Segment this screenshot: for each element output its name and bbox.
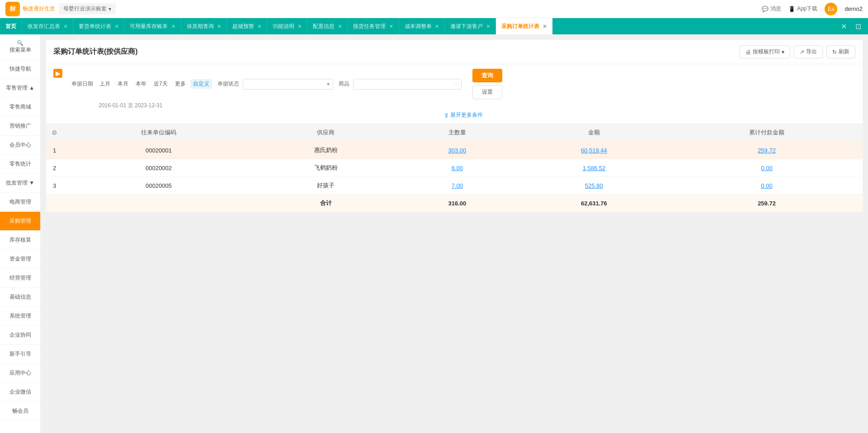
shortcut-last-month[interactable]: 上月 (97, 79, 113, 89)
tab-goods-summary-close[interactable]: × (115, 23, 118, 30)
nav-expand-btn[interactable]: ⊡ (853, 21, 863, 32)
tab-function-desc-close[interactable]: × (298, 23, 302, 30)
qty-link-1[interactable]: 303.00 (448, 147, 466, 154)
tab-receive-summary[interactable]: 收发存汇总表 × (22, 18, 73, 34)
refresh-button[interactable]: ↻ 刷新 (826, 45, 855, 58)
sidebar-item-search[interactable]: 🔍 搜索菜单 (0, 34, 40, 60)
shortcut-more[interactable]: 更多 (172, 79, 189, 89)
sidebar-item-app-center[interactable]: 应用中心 (0, 364, 40, 383)
sidebar-item-retail-stats[interactable]: 零售统计 (0, 155, 40, 174)
tab-invite-downstream[interactable]: 邀请下游客户 × (445, 18, 496, 34)
tab-overstock-warning-label: 超储预警 (232, 23, 254, 30)
table-row: 1 00020001 惠氏奶粉 303.00 60,519.44 259.72 (46, 142, 863, 159)
app-download-action[interactable]: 📱 App下载 (788, 5, 817, 13)
filter-toggle-arrow[interactable]: ▶ (53, 69, 62, 78)
amount-link-3[interactable]: 525.80 (585, 182, 603, 189)
sidebar-item-operations-mgmt[interactable]: 经营管理 (0, 269, 40, 288)
tab-config-info[interactable]: 配置信息 × (307, 18, 348, 34)
sidebar-item-wholesale-mgmt[interactable]: 批发管理 ▼ (0, 174, 40, 193)
page-actions: 🖨 按模板打印 ▾ ↗ 导出 ↻ 刷新 (740, 45, 855, 58)
print-button[interactable]: 🖨 按模板打印 ▾ (740, 45, 790, 58)
status-select[interactable] (243, 79, 333, 90)
shortcut-this-month[interactable]: 本月 (115, 79, 131, 89)
query-button[interactable]: 查询 (472, 69, 502, 82)
tab-overstock-warning-close[interactable]: × (258, 23, 261, 30)
sidebar-item-new-guide[interactable]: 新手引导 (0, 345, 40, 364)
sidebar-item-member-center[interactable]: 会员中心 (0, 136, 40, 155)
sidebar-item-ecommerce-mgmt[interactable]: 电商管理 (0, 193, 40, 212)
basic-info-label: 基础信息 (9, 294, 31, 300)
paid-link-3[interactable]: 0.00 (761, 182, 772, 189)
amount-link-2[interactable]: 1,586.52 (583, 165, 606, 171)
tab-inventory-account[interactable]: 可用量库存账本 × (124, 18, 181, 34)
tab-config-info-close[interactable]: × (338, 23, 342, 30)
tab-function-desc[interactable]: 功能说明 × (267, 18, 307, 34)
status-filter-item: 单据状态 (217, 79, 333, 90)
expand-more-button[interactable]: ⊻ 展开更多条件 (444, 111, 483, 119)
td-footer-amount: 62,631.76 (517, 195, 671, 212)
expand-label: 展开更多条件 (450, 111, 483, 119)
sidebar-item-basic-info[interactable]: 基础信息 (0, 288, 40, 307)
date-label: 单据日期 (71, 80, 93, 88)
sidebar-item-enterprise-wechat[interactable]: 企业微信 (0, 383, 40, 402)
tab-goods-summary[interactable]: 要货单统计表 × (73, 18, 124, 34)
tab-cost-adjust-close[interactable]: × (435, 23, 439, 30)
tab-expiry-query[interactable]: 保质期查询 × (181, 18, 227, 34)
th-settings: ⚙ (46, 124, 63, 142)
member-center-label: 会员中心 (9, 142, 31, 148)
settings-button[interactable]: 设置 (472, 85, 502, 99)
user-avatar[interactable]: Ea (825, 3, 837, 15)
new-guide-label: 新手引导 (9, 351, 31, 357)
date-range-display: 2016-01-01 至 2023-12-31 (99, 102, 855, 109)
user-name[interactable]: demo2 (844, 5, 863, 12)
tab-inventory-account-close[interactable]: × (171, 23, 175, 30)
tab-cost-adjust[interactable]: 成本调整单 × (399, 18, 445, 34)
td-footer-qty: 316.00 (397, 195, 517, 212)
tab-receive-summary-close[interactable]: × (64, 23, 67, 30)
nav-close-btn[interactable]: ✕ (838, 21, 849, 32)
tab-goods-summary-label: 要货单统计表 (79, 23, 111, 30)
tab-pick-task-close[interactable]: × (389, 23, 393, 30)
sidebar-item-marketing[interactable]: 营销推广 (0, 117, 40, 136)
sidebar-item-enterprise-collab[interactable]: 企业协同 (0, 326, 40, 345)
td-qty-3: 7.00 (397, 177, 517, 195)
th-qty: 主数量 (397, 124, 517, 142)
wholesale-mgmt-label: 批发管理 ▼ (6, 180, 34, 186)
tab-config-info-label: 配置信息 (313, 23, 335, 30)
sidebar-item-inventory-check[interactable]: 库存核算 (0, 231, 40, 250)
sidebar-item-finance-mgmt[interactable]: 资金管理 (0, 250, 40, 269)
top-bar-left: 标 畅捷通好生意 母婴行业演示账套 ▾ (5, 2, 116, 16)
shortcut-custom[interactable]: 自定义 (190, 79, 212, 89)
tab-overstock-warning[interactable]: 超储预警 × (227, 18, 267, 34)
data-table: ⚙ 往来单位编码 供应商 主数量 金额 累计付款金额 1 (46, 124, 863, 212)
goods-more-icon[interactable]: ··· (454, 81, 459, 87)
tab-cost-adjust-label: 成本调整单 (405, 23, 432, 30)
message-action[interactable]: 💬 消息 (762, 5, 781, 13)
qty-link-2[interactable]: 6.00 (452, 165, 463, 171)
td-supplier-2: 飞鹤奶粉 (255, 159, 397, 177)
sidebar-item-member[interactable]: 畅会员 (0, 402, 40, 421)
tab-home[interactable]: 首页 (0, 18, 22, 34)
tab-pick-task[interactable]: 拣货任务管理 × (348, 18, 399, 34)
shortcut-7days[interactable]: 近7天 (151, 79, 170, 89)
tab-expiry-query-close[interactable]: × (217, 23, 221, 30)
sidebar-item-retail-mgmt[interactable]: 零售管理 ▲ (0, 79, 40, 98)
amount-link-1[interactable]: 60,519.44 (581, 147, 607, 154)
tab-invite-downstream-close[interactable]: × (486, 23, 490, 30)
shortcut-this-year[interactable]: 本年 (133, 79, 149, 89)
workspace-selector[interactable]: 母婴行业演示账套 ▾ (59, 3, 116, 14)
date-shortcuts: 上月 本月 本年 近7天 更多 自定义 (97, 79, 212, 89)
goods-input[interactable] (353, 79, 462, 90)
sidebar-item-system-mgmt[interactable]: 系统管理 (0, 307, 40, 326)
gear-settings-icon[interactable]: ⚙ (52, 129, 57, 136)
qty-link-3[interactable]: 7.00 (452, 182, 463, 189)
paid-link-1[interactable]: 259.72 (758, 147, 776, 154)
sidebar-item-purchase-mgmt[interactable]: 采购管理 (0, 212, 40, 231)
tab-purchase-summary[interactable]: 采购订单统计表 × (496, 18, 552, 34)
paid-link-2[interactable]: 0.00 (761, 165, 772, 171)
tab-purchase-summary-close[interactable]: × (543, 23, 547, 30)
sidebar-item-retail-mall[interactable]: 零售商城 (0, 98, 40, 117)
export-button[interactable]: ↗ 导出 (794, 45, 823, 58)
td-paid-1: 259.72 (671, 142, 863, 159)
sidebar-item-quick-nav[interactable]: 快捷导航 (0, 60, 40, 79)
